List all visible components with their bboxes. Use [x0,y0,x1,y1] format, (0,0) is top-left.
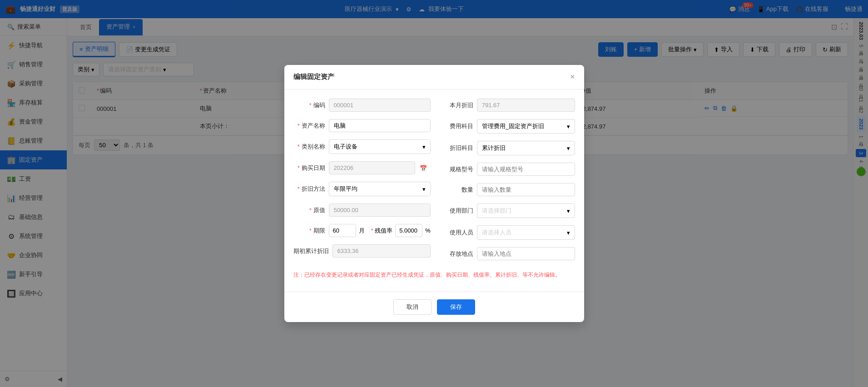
dep-method-select[interactable]: 年限平均 ▾ [329,182,431,196]
calendar-icon[interactable]: 📅 [420,164,427,171]
purchase-date-label: * 购买日期 [293,164,325,172]
modal-title: 编辑固定资产 [293,73,334,81]
initial-dep-input[interactable] [332,244,431,258]
dep-subject-value: 累计折旧 [482,144,506,152]
residual-rate-input[interactable] [395,224,422,237]
form-group-initial-dep: 期初累计折旧 [293,244,431,258]
quantity-label: 数量 [441,186,473,194]
form-group-purchase-date: * 购买日期 📅 [293,161,431,174]
modal-header: 编辑固定资产 × [284,65,584,89]
purchase-date-input[interactable] [329,161,415,174]
category-select[interactable]: 电子设备 ▾ [329,139,431,154]
form-group-dep-method: * 折旧方法 年限平均 ▾ [293,182,431,196]
dept-select[interactable]: 请选择部门 ▾ [477,203,575,218]
purchase-date-wrap: 📅 [329,161,431,174]
monthly-dep-label: 本月折旧 [441,101,473,109]
location-input[interactable] [477,247,575,260]
dep-subject-dropdown-icon: ▾ [567,145,570,152]
form-note: 注：已经存在变更记录或者对应固定资产已经生成凭证，原值、购买日期、残值率、累计折… [293,268,575,283]
form-group-dep-subject: 折旧科目 累计折旧 ▾ [441,141,575,155]
user-placeholder: 请选择人员 [482,228,511,237]
name-label: * 资产名称 [293,122,325,130]
quantity-input[interactable] [477,183,575,196]
expense-subject-dropdown-icon: ▾ [567,123,570,130]
dept-label: 使用部门 [441,207,473,215]
form-group-quantity: 数量 [441,183,575,196]
user-label: 使用人员 [441,228,473,237]
period-label: * 期限 [293,227,325,235]
expense-subject-label: 费用科目 [441,122,473,130]
dep-method-value: 年限平均 [334,185,357,193]
period-group: 月 * 残值率 % [329,224,431,237]
save-button[interactable]: 保存 [437,299,475,315]
dept-dropdown-icon: ▾ [567,208,570,214]
user-dropdown-icon: ▾ [567,229,570,236]
initial-dep-label: 期初累计折旧 [293,247,329,255]
form-section-right: 本月折旧 费用科目 管理费用_固定资产折旧 ▾ 折旧科目 [441,99,575,268]
form-group-name: * 资产名称 [293,119,431,132]
original-value-input[interactable] [329,203,431,217]
form-group-period: * 期限 月 * 残值率 % [293,224,431,237]
form-group-spec: 规格型号 [441,163,575,176]
residual-rate-label: * 残值率 [371,227,393,235]
spec-label: 规格型号 [441,165,473,174]
category-label: * 类别名称 [293,143,325,151]
form-grid: * 编码 * 资产名称 * 类别名称 电子设备 ▾ [293,99,575,268]
expense-subject-value: 管理费用_固定资产折旧 [482,122,544,130]
modal-overlay: 编辑固定资产 × * 编码 * 资产名称 [0,0,868,387]
modal-close-btn[interactable]: × [570,72,575,82]
residual-rate-unit: % [425,227,431,234]
form-group-dept: 使用部门 请选择部门 ▾ [441,203,575,218]
spec-input[interactable] [477,163,575,176]
form-group-code: * 编码 [293,99,431,112]
category-value: 电子设备 [334,143,357,151]
original-value-label: * 原值 [293,206,325,214]
dep-method-label: * 折旧方法 [293,185,325,193]
form-group-original-value: * 原值 [293,203,431,217]
form-group-monthly-dep: 本月折旧 [441,99,575,112]
dep-subject-select[interactable]: 累计折旧 ▾ [477,141,575,155]
form-group-user: 使用人员 请选择人员 ▾ [441,225,575,240]
code-input[interactable] [329,99,431,112]
user-select[interactable]: 请选择人员 ▾ [477,225,575,240]
form-group-category: * 类别名称 电子设备 ▾ [293,139,431,154]
form-group-expense-subject: 费用科目 管理费用_固定资产折旧 ▾ [441,119,575,134]
cancel-button[interactable]: 取消 [393,299,432,315]
category-dropdown-icon: ▾ [422,144,426,150]
expense-subject-select[interactable]: 管理费用_固定资产折旧 ▾ [477,119,575,134]
period-unit: 月 [359,227,365,235]
code-label: * 编码 [293,101,325,109]
dep-method-dropdown-icon: ▾ [422,186,426,193]
dep-subject-label: 折旧科目 [441,144,473,152]
monthly-dep-input[interactable] [477,99,575,112]
form-section-left: * 编码 * 资产名称 * 类别名称 电子设备 ▾ [293,99,431,268]
form-group-location: 存放地点 [441,247,575,260]
edit-asset-modal: 编辑固定资产 × * 编码 * 资产名称 [284,65,584,322]
location-label: 存放地点 [441,250,473,258]
period-input[interactable] [329,224,356,237]
modal-body: * 编码 * 资产名称 * 类别名称 电子设备 ▾ [284,89,584,292]
modal-footer: 取消 保存 [284,292,584,322]
dept-placeholder: 请选择部门 [482,207,511,215]
name-input[interactable] [329,119,431,132]
